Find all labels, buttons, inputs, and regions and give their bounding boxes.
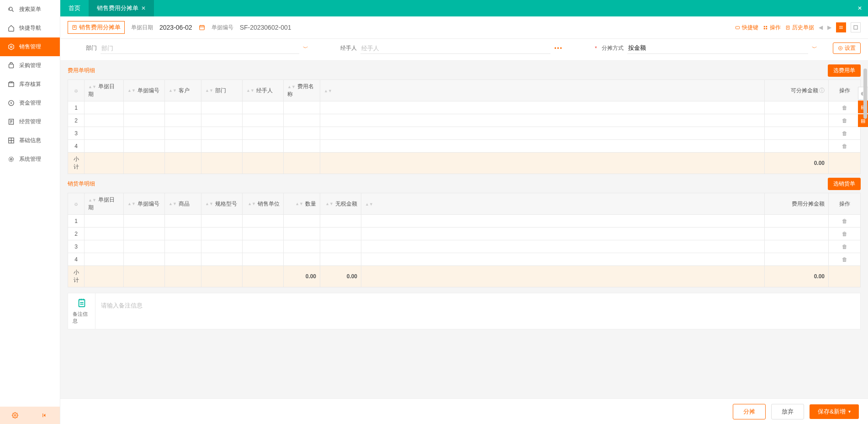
select-sales-button[interactable]: 选销货单 — [828, 178, 861, 190]
sidebar-item-5[interactable]: ¥资金管理 — [0, 94, 60, 112]
trash-icon[interactable]: 🗑 — [842, 218, 847, 224]
table-row[interactable]: 2🗑 — [68, 228, 861, 240]
cart-icon — [7, 62, 15, 69]
col-unit[interactable]: ▲▼销售单位 — [243, 193, 284, 215]
sidebar-item-label: 库存核算 — [19, 80, 41, 88]
col-no[interactable]: ▲▼单据编号 — [124, 80, 165, 101]
notes-icon — [77, 298, 87, 308]
col-date[interactable]: ▲▼单据日期 — [85, 80, 124, 101]
box-icon — [7, 81, 15, 88]
col-blank[interactable]: ▲▼ — [320, 80, 765, 101]
tab-bar: 首页 销售费用分摊单 ✕ ✕ — [60, 0, 868, 16]
settings-icon[interactable] — [12, 412, 18, 419]
col-alloc-amount[interactable]: 可分摊金额ⓘ — [765, 80, 829, 101]
fee-table: ☼ ▲▼单据日期 ▲▼单据编号 ▲▼客户 ▲▼部门 ▲▼经手人 ▲▼费用名称 ▲… — [68, 80, 861, 174]
next-icon[interactable]: ▶ — [827, 24, 831, 31]
alloc-button[interactable]: 分摊 — [733, 404, 766, 419]
col-blank[interactable]: ▲▼ — [361, 193, 765, 215]
view-card-icon[interactable] — [851, 22, 861, 32]
select-fee-button[interactable]: 选费用单 — [828, 64, 861, 77]
discard-button[interactable]: 放弃 — [771, 404, 804, 419]
sidebar-item-3[interactable]: 采购管理 — [0, 56, 60, 75]
handler-input[interactable] — [360, 43, 550, 54]
table-row[interactable]: 4🗑 — [68, 253, 861, 266]
col-qty[interactable]: ▲▼数量 — [284, 193, 320, 215]
doc-no-label: 单据编号 — [212, 24, 233, 32]
sidebar-item-8[interactable]: 系统管理 — [0, 150, 60, 169]
collapse-icon[interactable] — [42, 412, 48, 419]
sidebar-item-label: 基础信息 — [19, 137, 41, 144]
sidebar-item-7[interactable]: 基础信息 — [0, 131, 60, 150]
trash-icon[interactable]: 🗑 — [842, 130, 847, 137]
fee-section-title: 费用单明细 — [68, 67, 95, 74]
save-new-button[interactable]: 保存&新增▾ — [810, 404, 859, 419]
trash-icon[interactable]: 🗑 — [842, 244, 847, 250]
col-spec[interactable]: ▲▼规格型号 — [201, 193, 243, 215]
table-row[interactable]: 3🗑 — [68, 240, 861, 253]
remarks-input[interactable] — [95, 293, 860, 323]
subtotal-row: 小计0.00 — [68, 153, 861, 174]
sidebar-item-2[interactable]: 销售管理 — [0, 37, 60, 56]
trash-icon[interactable]: 🗑 — [842, 117, 847, 124]
gear-icon[interactable]: ☼ — [68, 80, 85, 101]
money-icon: ¥ — [7, 100, 15, 107]
chevron-down-icon[interactable]: ﹀ — [812, 44, 817, 52]
svg-point-17 — [9, 157, 13, 162]
method-input[interactable] — [627, 43, 808, 54]
scrollbar[interactable] — [863, 69, 867, 119]
col-no[interactable]: ▲▼单据编号 — [124, 193, 165, 215]
doc-date-value[interactable]: 2023-06-02 — [159, 24, 192, 31]
trash-icon[interactable]: 🗑 — [842, 143, 847, 149]
svg-rect-24 — [199, 26, 204, 30]
sidebar-item-1[interactable]: 快捷导航 — [0, 19, 60, 37]
col-fee-name[interactable]: ▲▼费用名称 — [284, 80, 320, 101]
table-row[interactable]: 2🗑 — [68, 114, 861, 127]
handler-label: 经手人 — [340, 44, 357, 52]
sales-section: 销货单明细 选销货单 ☼ ▲▼单据日期 ▲▼单据编号 ▲▼商品 ▲▼规格型号 — [60, 174, 868, 287]
col-amount[interactable]: ▲▼无税金额 — [320, 193, 361, 215]
col-dept[interactable]: ▲▼部门 — [201, 80, 243, 101]
action-bar: 分摊 放弃 保存&新增▾ — [60, 398, 868, 424]
dept-label: 部门 — [86, 44, 97, 52]
prev-icon[interactable]: ◀ — [819, 24, 823, 31]
col-product[interactable]: ▲▼商品 — [165, 193, 201, 215]
tab-home[interactable]: 首页 — [60, 0, 89, 16]
settings-button[interactable]: 设置 — [833, 42, 861, 54]
svg-rect-42 — [79, 300, 85, 307]
view-list-icon[interactable] — [836, 22, 846, 32]
more-icon[interactable]: ••• — [554, 45, 563, 52]
svg-point-4 — [10, 46, 12, 48]
table-row[interactable]: 1🗑 — [68, 215, 861, 228]
trash-icon[interactable]: 🗑 — [842, 256, 847, 263]
trash-icon[interactable]: 🗑 — [842, 105, 847, 111]
table-row[interactable]: 4🗑 — [68, 140, 861, 153]
table-row[interactable]: 3🗑 — [68, 127, 861, 140]
col-fee-alloc[interactable]: 费用分摊金额 — [765, 193, 829, 215]
sidebar-item-0[interactable]: 搜索菜单 — [0, 0, 60, 19]
trash-icon[interactable]: 🗑 — [842, 231, 847, 237]
search-icon — [7, 6, 15, 13]
tabs-close-all[interactable]: ✕ — [852, 0, 868, 16]
dept-input[interactable] — [101, 43, 299, 54]
sidebar-item-4[interactable]: 库存核算 — [0, 75, 60, 94]
operate-button[interactable]: 操作 — [763, 24, 781, 32]
tab-current[interactable]: 销售费用分摊单 ✕ — [89, 0, 154, 16]
shortcut-button[interactable]: 快捷键 — [735, 24, 758, 32]
gear-icon[interactable]: ☼ — [68, 193, 85, 215]
history-button[interactable]: 历史单据 — [785, 24, 814, 32]
svg-point-18 — [10, 159, 12, 160]
table-row[interactable]: 1🗑 — [68, 101, 861, 114]
chevron-down-icon[interactable]: ﹀ — [303, 44, 308, 52]
close-icon[interactable]: ✕ — [141, 5, 146, 11]
calendar-icon[interactable] — [199, 24, 205, 31]
col-date[interactable]: ▲▼单据日期 — [85, 193, 124, 215]
sidebar-item-label: 经营管理 — [19, 118, 41, 126]
col-customer[interactable]: ▲▼客户 — [165, 80, 201, 101]
toolbar: 销售费用分摊单 单据日期 2023-06-02 单据编号 SF-20230602… — [60, 16, 868, 39]
col-handler[interactable]: ▲▼经手人 — [243, 80, 284, 101]
sidebar-item-label: 搜索菜单 — [19, 5, 41, 13]
svg-rect-28 — [736, 26, 739, 29]
sidebar-item-6[interactable]: 经营管理 — [0, 112, 60, 131]
method-label: 分摊方式 — [602, 44, 624, 52]
sidebar-item-label: 快捷导航 — [19, 24, 41, 32]
